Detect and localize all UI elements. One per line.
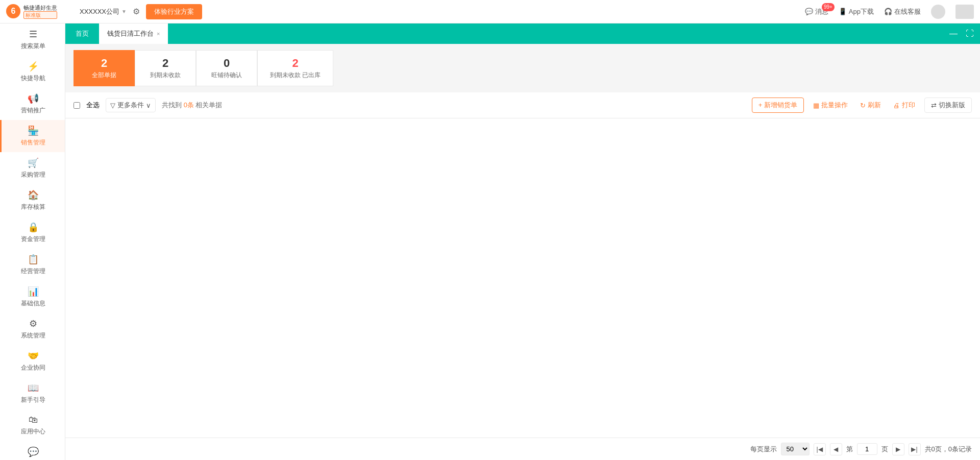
stat-card-3[interactable]: 2 到期未收款 已出库 (257, 50, 333, 86)
page-suffix: 页 (881, 445, 888, 454)
sidebar-item-8[interactable]: 📊 基础信息 (0, 281, 65, 313)
print-icon: 🖨 (893, 102, 900, 109)
stat-label-0: 全部单据 (86, 71, 122, 80)
company-name: XXXXXX公司 (80, 7, 119, 16)
sidebar-item-2[interactable]: 📢 营销推广 (0, 88, 65, 120)
print-button[interactable]: 🖨 打印 (890, 99, 918, 112)
filter-label: 更多条件 (117, 101, 144, 110)
chevron-down-icon: ▼ (121, 9, 127, 14)
user-dropdown[interactable] (955, 5, 974, 19)
refresh-button[interactable]: ↻ 刷新 (857, 99, 884, 112)
phone-icon: 📱 (839, 8, 847, 15)
sidebar-icon-13: 💬 (28, 446, 39, 457)
sidebar-label-4: 采购管理 (21, 171, 45, 179)
sidebar-icon-7: 📋 (28, 254, 39, 265)
company-selector[interactable]: XXXXXX公司 ▼ (80, 7, 127, 16)
add-sale-button[interactable]: + 新增销货单 (752, 98, 804, 113)
sidebar-icon-6: 🔒 (28, 222, 39, 233)
select-all-checkbox[interactable] (74, 102, 80, 109)
next-page-button[interactable]: ▶ (892, 443, 904, 455)
trial-button[interactable]: 体验行业方案 (146, 4, 202, 19)
settings-icon[interactable]: ⚙ (133, 7, 140, 16)
sidebar-icon-2: 📢 (28, 93, 39, 104)
page-label: 第 (846, 445, 853, 454)
found-suffix: 相关单据 (195, 101, 222, 109)
tab-close-icon[interactable]: × (157, 31, 160, 37)
content-area: 首页 钱货日清工作台 × — ⛶ 2 全部单据 2 到期未收款 0 旺铺待确认 … (65, 23, 980, 460)
sidebar-label-9: 系统管理 (21, 331, 45, 340)
stat-label-1: 到期未收款 (148, 71, 183, 80)
app-download-label: App下载 (849, 7, 874, 16)
table-area (65, 118, 980, 438)
tab-bar: 首页 钱货日清工作台 × — ⛶ (65, 23, 980, 44)
avatar[interactable] (931, 5, 945, 19)
sidebar-item-11[interactable]: 📖 新手引导 (0, 377, 65, 409)
sidebar-item-13[interactable]: 💬 企业微信 (0, 441, 65, 460)
online-service-item[interactable]: 🎧 在线客服 (884, 7, 921, 16)
found-count: 0条 (184, 101, 194, 109)
sidebar-icon-3: 🏪 (28, 125, 39, 136)
main-layout: ☰ 搜索菜单 ⚡ 快捷导航 📢 营销推广 🏪 销售管理 🛒 采购管理 🏠 库存核… (0, 23, 980, 460)
sidebar-icon-0: ☰ (29, 29, 37, 40)
refresh-label: 刷新 (868, 101, 881, 110)
sidebar-icon-10: 🤝 (28, 350, 39, 361)
sidebar-label-3: 销售管理 (21, 138, 45, 147)
sidebar: ☰ 搜索菜单 ⚡ 快捷导航 📢 营销推广 🏪 销售管理 🛒 采购管理 🏠 库存核… (0, 23, 65, 460)
batch-icon: ▦ (813, 102, 819, 109)
stat-number-2: 0 (209, 57, 244, 70)
sidebar-item-1[interactable]: ⚡ 快捷导航 (0, 56, 65, 88)
page-size-label: 每页显示 (750, 445, 777, 454)
first-page-button[interactable]: |◀ (814, 443, 826, 455)
sidebar-item-5[interactable]: 🏠 库存核算 (0, 184, 65, 216)
header-right: 💬 消息 99+ 📱 App下载 🎧 在线客服 (805, 5, 974, 19)
sidebar-item-3[interactable]: 🏪 销售管理 (0, 120, 65, 152)
prev-page-button[interactable]: ◀ (830, 443, 842, 455)
tab-active[interactable]: 钱货日清工作台 × (99, 23, 168, 44)
tab-bar-right: — ⛶ (947, 27, 980, 40)
sidebar-item-9[interactable]: ⚙ 系统管理 (0, 313, 65, 345)
logo-area: 6 畅捷通好生意 标准版 (6, 4, 71, 19)
message-icon: 💬 (805, 8, 813, 15)
sidebar-icon-1: ⚡ (28, 61, 39, 72)
switch-label: 切换新版 (939, 101, 965, 110)
message-item[interactable]: 💬 消息 99+ (805, 7, 828, 16)
found-text: 共找到 0条 相关单据 (162, 101, 222, 110)
sidebar-item-12[interactable]: 🛍 应用中心 (0, 409, 65, 441)
page-number-input[interactable] (857, 443, 877, 455)
found-prefix: 共找到 (162, 101, 182, 109)
minimize-icon[interactable]: — (947, 27, 960, 40)
select-all-label[interactable]: 全选 (86, 101, 100, 110)
sidebar-label-10: 企业协同 (21, 364, 45, 372)
sidebar-icon-11: 📖 (28, 382, 39, 394)
sidebar-label-8: 基础信息 (21, 299, 45, 308)
sidebar-item-0[interactable]: ☰ 搜索菜单 (0, 23, 65, 56)
sidebar-label-1: 快捷导航 (21, 74, 45, 83)
sidebar-icon-9: ⚙ (29, 318, 37, 329)
stat-number-0: 2 (86, 57, 122, 70)
online-service-label: 在线客服 (894, 7, 921, 16)
app-download-item[interactable]: 📱 App下载 (839, 7, 874, 16)
stat-card-2[interactable]: 0 旺铺待确认 (196, 50, 257, 86)
stat-number-3: 2 (270, 57, 321, 70)
maximize-icon[interactable]: ⛶ (964, 27, 976, 40)
switch-version-button[interactable]: ⇄ 切换新版 (924, 98, 972, 113)
stat-label-3: 到期未收款 已出库 (270, 71, 321, 80)
sidebar-item-6[interactable]: 🔒 资金管理 (0, 216, 65, 249)
sidebar-label-2: 营销推广 (21, 106, 45, 115)
sidebar-icon-8: 📊 (28, 286, 39, 297)
toolbar-right: + 新增销货单 ▦ 批量操作 ↻ 刷新 🖨 打印 ⇄ 切换新版 (752, 98, 972, 113)
stat-card-1[interactable]: 2 到期未收款 (135, 50, 196, 86)
sidebar-item-7[interactable]: 📋 经营管理 (0, 249, 65, 281)
sidebar-item-10[interactable]: 🤝 企业协同 (0, 345, 65, 377)
sidebar-item-4[interactable]: 🛒 采购管理 (0, 152, 65, 184)
stat-card-0[interactable]: 2 全部单据 (74, 50, 135, 86)
last-page-button[interactable]: ▶| (909, 443, 921, 455)
filter-button[interactable]: ▽ 更多条件 ∨ (106, 98, 156, 112)
print-label: 打印 (902, 101, 915, 110)
tab-home[interactable]: 首页 (65, 23, 99, 44)
page-size-select[interactable]: 50 100 200 (781, 443, 810, 455)
headset-icon: 🎧 (884, 8, 892, 15)
batch-button[interactable]: ▦ 批量操作 (810, 99, 851, 112)
app-name: 畅捷通好生意 (23, 4, 57, 11)
sidebar-label-7: 经营管理 (21, 267, 45, 276)
